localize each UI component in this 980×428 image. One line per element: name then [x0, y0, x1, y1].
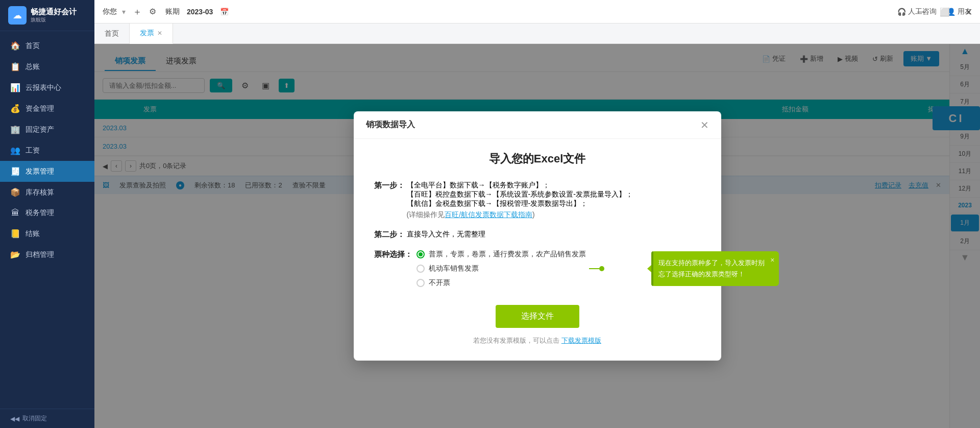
archive-icon: 📂 [10, 250, 20, 259]
sidebar-item-reports[interactable]: 📊 云报表中心 [0, 77, 94, 98]
modal-main-title: 导入您的Excel文件 [374, 151, 701, 167]
add-tab-button[interactable]: ＋ [133, 6, 142, 18]
sidebar-item-funds[interactable]: 💰 资金管理 [0, 98, 94, 119]
tab-home[interactable]: 首页 [94, 23, 130, 44]
sidebar-item-payroll[interactable]: 👥 工资 [0, 140, 94, 161]
period-label: 账期 [165, 7, 180, 16]
calendar-icon[interactable]: 📅 [220, 8, 229, 16]
radio-group: 普票，专票，卷票，通行费发票，农产品销售发票 机动车销售发票 [412, 250, 586, 293]
unpin-label: 取消固定 [22, 414, 47, 423]
maximize-button[interactable]: ⬜ [933, 0, 957, 23]
sidebar-item-close[interactable]: 📒 结账 [0, 223, 94, 244]
close-period-icon: 📒 [10, 229, 20, 239]
reports-icon: 📊 [10, 83, 20, 92]
tab-invoice-label: 发票 [140, 29, 154, 38]
radio-label-motor: 机动车销售发票 [429, 264, 479, 273]
sidebar-label-reports: 云报表中心 [26, 83, 61, 92]
pin-icon: ◀◀ [10, 415, 19, 422]
guide-link[interactable]: 百旺/航信发票数据下载指南 [445, 210, 532, 219]
tooltip-bubble: 现在支持的票种多了，导入发票时别忘了选择正确的发票类型呀！ × [651, 251, 779, 286]
sidebar-label-funds: 资金管理 [26, 104, 54, 113]
step1-block: 第一步： 【全电平台】数据下载→【税务数字账户】； 【百旺】税控盘数据下载→【系… [374, 181, 701, 220]
sidebar-item-tax[interactable]: 🏛 税务管理 [0, 203, 94, 223]
step1-line1: 【全电平台】数据下载→【税务数字账户】； [407, 181, 633, 190]
step1-line2: 【百旺】税控盘数据下载→【系统设置-系统参数设置-发票批量导入】； [407, 190, 633, 199]
invoice-icon: 🧾 [10, 167, 20, 176]
step1-label: 第一步： [374, 181, 405, 220]
sidebar-item-inventory[interactable]: 📦 库存核算 [0, 182, 94, 203]
sidebar-label-invoice: 发票管理 [26, 167, 54, 176]
sidebar-label-payroll: 工资 [26, 146, 40, 155]
ledger-icon: 📋 [10, 62, 20, 72]
modal-title: 销项数据导入 [366, 120, 415, 130]
tab-bar: 首页 发票 ✕ [94, 23, 980, 44]
radio-option-2: 机动车销售发票 现在支持的票种多了，导入发票 [416, 264, 586, 273]
radio-option-1: 普票，专票，卷票，通行费发票，农产品销售发票 [416, 250, 586, 259]
tooltip-close-button[interactable]: × [770, 254, 774, 267]
radio-motor-unchecked[interactable] [416, 265, 425, 273]
sidebar-label-home: 首页 [26, 41, 40, 51]
company-dropdown-icon[interactable]: ▾ [122, 8, 126, 16]
radio-label-general: 普票，专票，卷票，通行费发票，农产品销售发票 [429, 250, 586, 259]
headset-icon: 🎧 [897, 8, 906, 16]
modal-body: 导入您的Excel文件 第一步： 【全电平台】数据下载→【税务数字账户】； 【百… [354, 139, 721, 361]
tooltip-connector-line [589, 268, 599, 269]
step1-link: (详细操作见百旺/航信发票数据下载指南) [407, 210, 633, 220]
sidebar-item-archive[interactable]: 📂 归档管理 [0, 244, 94, 265]
inventory-icon: 📦 [10, 187, 20, 197]
tooltip-text: 现在支持的票种多了，导入发票时别忘了选择正确的发票类型呀！ [658, 259, 765, 278]
step2-label: 第二步： [374, 230, 405, 240]
ticket-label: 票种选择： [374, 250, 412, 259]
radio-option-3: 不开票 [416, 278, 586, 288]
sidebar-label-tax: 税务管理 [26, 208, 54, 218]
step2-block: 第二步： 直接导入文件，无需整理 [374, 230, 701, 240]
sidebar-label-inventory: 库存核算 [26, 188, 54, 197]
logo-icon: ☁ [8, 6, 27, 25]
settings-icon[interactable]: ⚙ [149, 7, 156, 16]
sidebar-label-close: 结账 [26, 229, 40, 239]
modal-header: 销项数据导入 ✕ [354, 111, 721, 139]
sidebar-item-assets[interactable]: 🏢 固定资产 [0, 119, 94, 140]
window-controls: — ⬜ ✕ [910, 0, 980, 23]
tab-home-label: 首页 [105, 29, 119, 38]
logo-badge: 旗舰版 [31, 16, 77, 23]
sidebar: ☁ 畅捷通好会计 旗舰版 🏠 首页 📋 总账 📊 云报表中心 💰 资金管 [0, 0, 94, 428]
sidebar-label-assets: 固定资产 [26, 125, 54, 134]
content-area: 销项发票 进项发票 📄 凭证 ➕ 新增 ▶ 视频 [94, 44, 980, 428]
tab-invoice[interactable]: 发票 ✕ [130, 23, 173, 44]
close-window-button[interactable]: ✕ [957, 0, 980, 23]
assets-icon: 🏢 [10, 125, 20, 134]
topbar: 你您 ▾ ＋ ⚙ 账期 2023-03 📅 🎧 人工咨询 👤 用友 — ⬜ [94, 0, 980, 23]
logo-area: ☁ 畅捷通好会计 旗舰版 [0, 0, 94, 31]
sidebar-nav: 🏠 首页 📋 总账 📊 云报表中心 💰 资金管理 🏢 固定资产 👥 工资 [0, 31, 94, 409]
step2-text: 直接导入文件，无需整理 [407, 230, 485, 240]
sidebar-item-invoice[interactable]: 🧾 发票管理 [0, 161, 94, 182]
tax-icon: 🏛 [10, 208, 20, 218]
main-area: 你您 ▾ ＋ ⚙ 账期 2023-03 📅 🎧 人工咨询 👤 用友 — ⬜ [94, 0, 980, 428]
company-selector[interactable]: 你您 [103, 7, 117, 16]
sidebar-item-ledger[interactable]: 📋 总账 [0, 56, 94, 77]
sidebar-label-archive: 归档管理 [26, 250, 54, 259]
sidebar-item-home[interactable]: 🏠 首页 [0, 35, 94, 56]
radio-noinvoice-unchecked[interactable] [416, 279, 425, 287]
tab-close-icon[interactable]: ✕ [157, 30, 162, 37]
funds-icon: 💰 [10, 104, 20, 113]
modal-close-button[interactable]: ✕ [700, 120, 709, 130]
download-template-link[interactable]: 下载发票模版 [561, 337, 601, 344]
tooltip-connector-dot [599, 266, 604, 271]
radio-label-noinvoice: 不开票 [429, 278, 450, 288]
modal-overlay: 销项数据导入 ✕ 导入您的Excel文件 第一步： 【全电平台】数据下载→【税务… [94, 44, 980, 428]
home-icon: 🏠 [10, 41, 20, 51]
select-file-button[interactable]: 选择文件 [496, 305, 579, 328]
step1-line3: 【航信】金税盘数据下载→【报税管理-发票数据导出】； [407, 199, 633, 208]
minimize-button[interactable]: — [910, 0, 933, 23]
radio-general-checked[interactable] [416, 250, 425, 258]
import-modal: 销项数据导入 ✕ 导入您的Excel文件 第一步： 【全电平台】数据下载→【税务… [354, 111, 721, 361]
logo-name: 畅捷通好会计 [31, 7, 77, 16]
sidebar-bottom-action[interactable]: ◀◀ 取消固定 [0, 409, 94, 428]
tooltip-side-bar [651, 251, 653, 286]
sidebar-label-ledger: 总账 [26, 62, 40, 72]
footer-text: 若您没有发票模版，可以点击 [473, 337, 559, 344]
modal-footer: 若您没有发票模版，可以点击 下载发票模版 [374, 336, 701, 345]
period-value: 2023-03 [187, 8, 213, 16]
